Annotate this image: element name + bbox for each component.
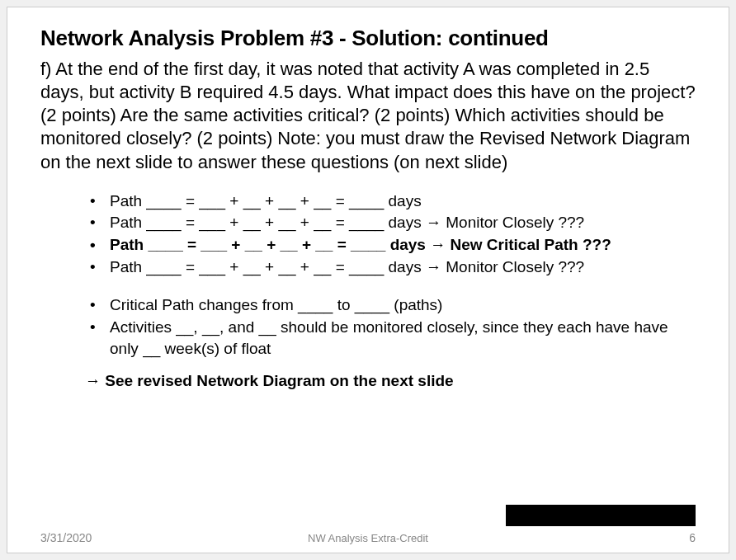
path-text: Path ____ = ___ + __ + __ + __ = ____ da… (110, 191, 696, 212)
bullet-icon: • (90, 234, 110, 256)
path-text: Path ____ = ___ + __ + __ + __ = ____ da… (110, 234, 696, 256)
footer-date: 3/31/2020 (40, 531, 92, 544)
redaction-box (506, 505, 696, 526)
path-text: Path ____ = ___ + __ + __ + __ = ____ da… (110, 256, 696, 278)
path-item: • Path ____ = ___ + __ + __ + __ = ____ … (90, 191, 696, 212)
path-item: • Path ____ = ___ + __ + __ + __ = ____ … (90, 256, 696, 278)
bullet-icon: • (90, 212, 110, 233)
note-text: Critical Path changes from ____ to ____ … (110, 294, 696, 316)
bullet-icon: • (90, 294, 110, 316)
see-revised-note: → See revised Network Diagram on the nex… (85, 372, 696, 390)
path-text: Path ____ = ___ + __ + __ + __ = ____ da… (110, 212, 696, 233)
slide-title: Network Analysis Problem #3 - Solution: … (40, 26, 696, 51)
question-text: f) At the end of the first day, it was n… (40, 58, 696, 174)
bullet-icon: • (90, 256, 110, 278)
footer-page-number: 6 (689, 531, 696, 544)
note-item: • Critical Path changes from ____ to ___… (90, 294, 696, 316)
slide: Network Analysis Problem #3 - Solution: … (7, 7, 729, 553)
bullet-icon: • (90, 317, 110, 338)
path-item-critical: • Path ____ = ___ + __ + __ + __ = ____ … (90, 234, 696, 256)
path-list: • Path ____ = ___ + __ + __ + __ = ____ … (90, 191, 696, 359)
note-text: Activities __, __, and __ should be moni… (110, 317, 696, 359)
footer-title: NW Analysis Extra-Credit (40, 532, 696, 544)
path-item: • Path ____ = ___ + __ + __ + __ = ____ … (90, 212, 696, 233)
note-item: • Activities __, __, and __ should be mo… (90, 317, 696, 359)
bullet-icon: • (90, 191, 110, 212)
slide-footer: 3/31/2020 NW Analysis Extra-Credit 6 (40, 531, 696, 544)
